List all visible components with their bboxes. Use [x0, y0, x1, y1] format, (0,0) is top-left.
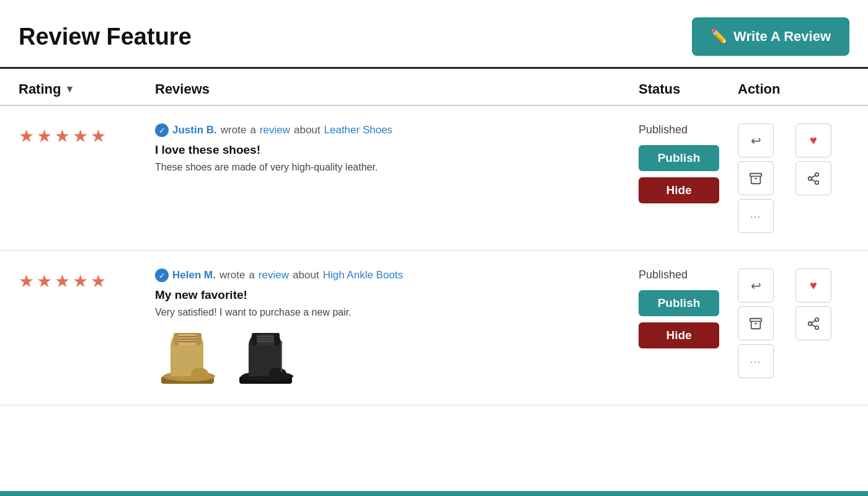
like-button[interactable]: ♥ [795, 123, 831, 157]
bottom-bar [0, 491, 868, 496]
action-column: ↩ ♥ ··· [738, 123, 849, 233]
star-2: ★ [37, 271, 52, 291]
rating-column-header[interactable]: Rating ▼ [19, 81, 155, 97]
star-3: ★ [55, 271, 70, 291]
boot-image-dark [233, 326, 301, 388]
action-column: ↩ ♥ ··· [738, 268, 849, 378]
svg-point-3 [815, 180, 819, 184]
star-rating: ★ ★ ★ ★ ★ [19, 268, 155, 291]
wrote-text: wrote [219, 269, 246, 281]
sort-arrow-icon: ▼ [64, 84, 74, 95]
action-column-header: Action [738, 81, 849, 97]
a-text: a [250, 124, 255, 136]
reply-button[interactable]: ↩ [738, 123, 774, 157]
review-meta: ✓ Justin B. wrote a review about Leather… [155, 123, 626, 137]
table-header: Rating ▼ Reviews Status Action [0, 69, 868, 106]
share-button[interactable] [795, 161, 831, 195]
page-title: Review Feature [19, 24, 192, 50]
svg-point-24 [815, 317, 819, 321]
svg-line-4 [812, 179, 815, 182]
status-column: Published Publish Hide [639, 268, 738, 348]
review-title: My new favorite! [155, 288, 626, 302]
review-images [155, 326, 626, 388]
star-4: ★ [73, 271, 88, 291]
reviewer-name[interactable]: Helen M. [172, 269, 216, 281]
pencil-icon: ✏️ [711, 29, 727, 45]
svg-point-2 [808, 177, 812, 180]
hide-button[interactable]: Hide [639, 177, 719, 203]
review-body: Very satisfied! I want to purchase a new… [155, 307, 626, 318]
share-button[interactable] [795, 306, 831, 340]
svg-point-26 [815, 326, 819, 329]
star-1: ★ [19, 271, 34, 291]
svg-rect-0 [750, 173, 761, 176]
reviewer-name[interactable]: Justin B. [172, 124, 217, 136]
svg-line-5 [812, 175, 815, 177]
boot-image-tan [155, 326, 223, 388]
archive-button[interactable] [738, 306, 774, 340]
svg-rect-23 [750, 318, 761, 321]
verified-icon: ✓ [155, 268, 169, 282]
about-text: about [294, 124, 321, 136]
publish-button[interactable]: Publish [639, 290, 719, 316]
review-link[interactable]: review [259, 269, 289, 281]
reply-button[interactable]: ↩ [738, 268, 774, 303]
page-header: Review Feature ✏️ Write A Review [0, 0, 868, 69]
review-meta: ✓ Helen M. wrote a review about High Ank… [155, 268, 626, 282]
status-text: Published [639, 123, 688, 136]
star-5: ★ [91, 126, 106, 146]
svg-line-27 [812, 324, 815, 327]
status-column-header: Status [639, 81, 738, 97]
about-text: about [293, 269, 319, 281]
star-rating: ★ ★ ★ ★ ★ [19, 123, 155, 146]
review-title: I love these shoes! [155, 143, 626, 157]
write-review-button[interactable]: ✏️ Write A Review [692, 17, 849, 56]
status-text: Published [639, 268, 688, 281]
reviews-column-header: Reviews [155, 81, 639, 97]
a-text: a [249, 269, 254, 281]
review-body: These shoes are made of very high-qualit… [155, 162, 626, 173]
product-link[interactable]: Leather Shoes [324, 124, 393, 136]
star-1: ★ [19, 126, 34, 146]
svg-line-28 [812, 320, 815, 322]
archive-button[interactable] [738, 161, 774, 195]
more-options-button[interactable]: ··· [738, 199, 774, 233]
verified-icon: ✓ [155, 123, 169, 137]
star-5: ★ [91, 271, 106, 291]
wrote-text: wrote [221, 124, 247, 136]
star-2: ★ [37, 126, 52, 146]
svg-point-21 [269, 368, 286, 380]
review-link[interactable]: review [260, 124, 290, 136]
svg-rect-17 [257, 334, 274, 345]
like-button[interactable]: ♥ [795, 268, 831, 303]
publish-button[interactable]: Publish [639, 145, 719, 171]
table-row: ★ ★ ★ ★ ★ ✓ Helen M. wrote a review abou… [0, 251, 868, 405]
status-column: Published Publish Hide [639, 123, 738, 203]
product-link[interactable]: High Ankle Boots [323, 269, 403, 281]
write-review-label: Write A Review [733, 29, 831, 45]
table-row: ★ ★ ★ ★ ★ ✓ Justin B. wrote a review abo… [0, 106, 868, 251]
more-options-button[interactable]: ··· [738, 344, 774, 378]
review-content: ✓ Justin B. wrote a review about Leather… [155, 123, 639, 180]
star-4: ★ [73, 126, 88, 146]
hide-button[interactable]: Hide [639, 322, 719, 348]
svg-rect-9 [179, 334, 196, 345]
svg-point-13 [191, 368, 208, 380]
svg-point-25 [808, 322, 812, 326]
star-3: ★ [55, 126, 70, 146]
svg-point-1 [815, 172, 819, 176]
review-content: ✓ Helen M. wrote a review about High Ank… [155, 268, 639, 388]
